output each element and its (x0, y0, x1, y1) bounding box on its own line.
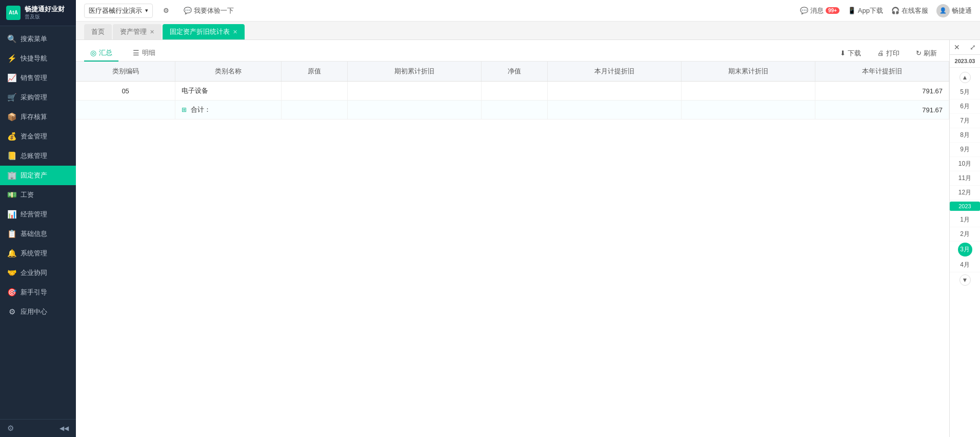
sidebar-icon-fixed-asset: 🏢 (7, 171, 16, 180)
row-initial-accum (348, 82, 482, 101)
sidebar-item-search-menu[interactable]: 🔍 搜索菜单 (0, 29, 76, 49)
year-marker-2023: 2023 (950, 202, 980, 211)
service-icon: 🎧 (891, 7, 899, 14)
sidebar-icon-operations-mgmt: 📊 (7, 210, 16, 219)
sidebar-icon-system-mgmt: 🔔 (7, 249, 16, 258)
sub-tabs: ◎ 汇总 ☰ 明细 ⬇ 下载 🖨 打印 ↻ (76, 40, 949, 62)
company-selector[interactable]: 医疗器械行业演示 ▾ (84, 4, 153, 18)
sub-tab-detail[interactable]: ☰ 明细 (127, 45, 162, 62)
month-12[interactable]: 12月 (950, 186, 980, 200)
month-11[interactable]: 11月 (950, 171, 980, 186)
sidebar-icon-beginner-guide: 🎯 (7, 288, 16, 297)
sidebar-item-basic-info[interactable]: 📋 基础信息 (0, 224, 76, 244)
month-2[interactable]: 2月 (950, 227, 980, 242)
sidebar-item-ledger-mgmt[interactable]: 📒 总账管理 (0, 146, 76, 166)
sidebar-label-operations-mgmt: 经营管理 (21, 210, 47, 219)
top-nav: 医疗器械行业演示 ▾ ⚙ 💬 我要体验一下 💬 消息 99+ 📱 App下载 🎧… (76, 0, 980, 22)
panel-up-btn[interactable]: ▲ (959, 72, 971, 83)
month-1[interactable]: 1月 (950, 213, 980, 227)
message-btn[interactable]: 💬 消息 99+ (800, 6, 839, 15)
sidebar-label-inventory-calc: 库存核算 (21, 112, 47, 122)
print-btn[interactable]: 🖨 打印 (873, 47, 904, 60)
collapse-icon[interactable]: ◀◀ (59, 425, 69, 432)
app-download-btn[interactable]: 📱 App下载 (848, 6, 883, 15)
tab-asset-mgmt[interactable]: 资产管理 ✕ (113, 24, 162, 39)
row-name: 电子设备 (175, 82, 282, 101)
sidebar-icon-purchase-mgmt: 🛒 (7, 93, 16, 102)
tab-close-depreciation[interactable]: ✕ (233, 29, 237, 35)
sidebar-item-fund-mgmt[interactable]: 💰 资金管理 (0, 127, 76, 146)
sidebar-label-search-menu: 搜索菜单 (21, 34, 47, 44)
year-label: 2023.03 (950, 55, 980, 68)
month-10[interactable]: 10月 (950, 157, 980, 171)
sidebar-item-quick-nav[interactable]: ⚡ 快捷导航 (0, 49, 76, 68)
sidebar-item-purchase-mgmt[interactable]: 🛒 采购管理 (0, 88, 76, 107)
app-version: 普及版 (25, 13, 65, 21)
download-btn[interactable]: ⬇ 下载 (836, 47, 865, 60)
panel-expand-icon[interactable]: ⤢ (970, 43, 976, 51)
app-logo: AtA (6, 6, 21, 20)
row-original-value (282, 82, 348, 101)
sidebar-label-system-mgmt: 系统管理 (21, 249, 47, 258)
month-4[interactable]: 4月 (950, 258, 980, 272)
summary-icon: ◎ (90, 49, 96, 57)
right-panel: ✕ ⤢ 2023.03 ▲ 5月 6月 7月 8月 9月 10月 11月 12月… (949, 40, 980, 437)
sidebar-label-payroll: 工资 (21, 190, 34, 200)
col-header-code: 类别编码 (76, 62, 175, 82)
message-icon: 💬 (800, 7, 808, 14)
summary-original-value (282, 101, 348, 120)
col-header-original: 原值 (282, 62, 348, 82)
summary-label: ⊞ 合计： (175, 101, 282, 120)
month-7[interactable]: 7月 (950, 114, 980, 128)
right-panel-header: ✕ ⤢ (950, 40, 980, 55)
col-header-monthly-dep: 本月计提折旧 (548, 62, 682, 82)
sidebar: AtA 畅捷通好业财 普及版 🔍 搜索菜单 ⚡ 快捷导航 📈 销售管理 🛒 采购… (0, 0, 76, 437)
month-9[interactable]: 9月 (950, 143, 980, 157)
sidebar-item-app-center[interactable]: ⚙ 应用中心 (0, 302, 76, 322)
sidebar-label-quick-nav: 快捷导航 (21, 54, 47, 63)
sidebar-item-enterprise-collab[interactable]: 🤝 企业协同 (0, 263, 76, 283)
sidebar-item-inventory-calc[interactable]: 📦 库存核算 (0, 107, 76, 127)
sidebar-item-fixed-asset[interactable]: 🏢 固定资产 (0, 166, 76, 185)
chevron-down-icon: ▾ (145, 7, 148, 14)
sidebar-item-payroll[interactable]: 💵 工资 (0, 185, 76, 205)
summary-row: ⊞ 合计： 791.67 (76, 101, 949, 120)
row-annual-dep: 791.67 (815, 82, 949, 101)
experience-btn[interactable]: 💬 我要体验一下 (179, 4, 238, 17)
sidebar-item-operations-mgmt[interactable]: 📊 经营管理 (0, 205, 76, 224)
month-5[interactable]: 5月 (950, 85, 980, 100)
month-3[interactable]: 3月 (958, 243, 972, 257)
online-service-btn[interactable]: 🎧 在线客服 (891, 6, 928, 15)
sidebar-item-sales-mgmt[interactable]: 📈 销售管理 (0, 68, 76, 88)
settings-icon[interactable]: ⚙ (7, 424, 14, 433)
refresh-btn[interactable]: ↻ 刷新 (912, 47, 941, 60)
sidebar-icon-inventory-calc: 📦 (7, 112, 16, 122)
sidebar-icon-app-center: ⚙ (7, 307, 16, 316)
avatar: 👤 (936, 4, 950, 17)
sidebar-icon-enterprise-collab: 🤝 (7, 268, 16, 277)
depreciation-table: 类别编码 类别名称 原值 期初累计折旧 净值 本月计提折旧 期末累计折旧 本年计… (76, 62, 949, 120)
sidebar-label-fixed-asset: 固定资产 (21, 171, 47, 180)
tab-fixed-asset-depreciation[interactable]: 固定资产折旧统计表 ✕ (163, 24, 245, 39)
row-code: 05 (76, 82, 175, 101)
panel-close-icon[interactable]: ✕ (954, 43, 960, 51)
row-ending-accum (682, 82, 815, 101)
sidebar-label-app-center: 应用中心 (21, 307, 47, 316)
content-area: ◎ 汇总 ☰ 明细 ⬇ 下载 🖨 打印 ↻ (76, 40, 980, 437)
sidebar-item-beginner-guide[interactable]: 🎯 新手引导 (0, 283, 76, 302)
month-8[interactable]: 8月 (950, 128, 980, 143)
message-badge: 99+ (826, 7, 839, 14)
user-menu[interactable]: 👤 畅捷通 (936, 4, 972, 17)
app-title: 畅捷通好业财 (25, 5, 65, 13)
tab-home[interactable]: 首页 (84, 24, 112, 39)
panel-down-btn[interactable]: ▼ (959, 274, 971, 286)
experience-icon: 💬 (184, 7, 192, 14)
tab-close-asset-mgmt[interactable]: ✕ (150, 29, 154, 35)
month-6[interactable]: 6月 (950, 100, 980, 114)
settings-nav-btn[interactable]: ⚙ (159, 5, 173, 16)
gear-icon: ⚙ (163, 7, 169, 14)
sub-tab-summary[interactable]: ◎ 汇总 (84, 45, 118, 62)
sidebar-item-system-mgmt[interactable]: 🔔 系统管理 (0, 244, 76, 263)
download-icon: 📱 (848, 7, 856, 14)
col-header-annual-dep: 本年计提折旧 (815, 62, 949, 82)
